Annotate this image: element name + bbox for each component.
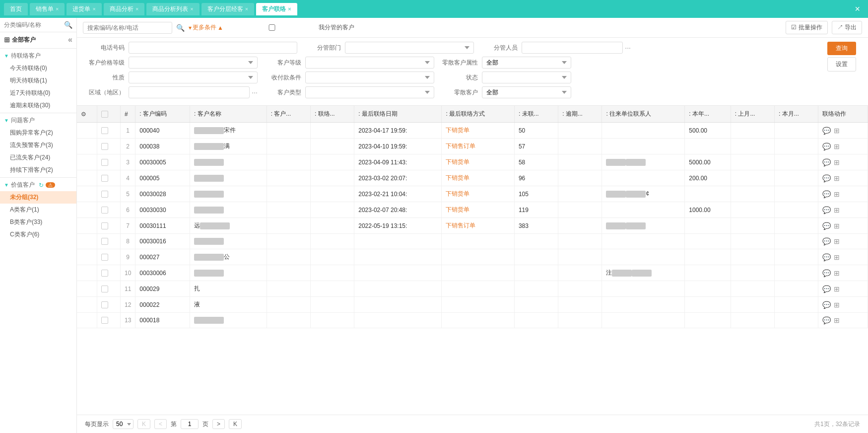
close-purchase-icon[interactable]: × bbox=[92, 6, 95, 12]
sidebar-item-abnormal[interactable]: 囤购异常客户(2) bbox=[0, 127, 76, 139]
th-overdue[interactable]: : 逾期... bbox=[558, 106, 602, 123]
chat-icon[interactable]: 💬 bbox=[822, 301, 831, 309]
chat-icon[interactable]: 💬 bbox=[822, 158, 831, 166]
staff-input[interactable] bbox=[522, 42, 623, 54]
grid-action-icon[interactable]: ⊞ bbox=[834, 206, 840, 214]
my-customers-filter[interactable]: 我分管的客户 bbox=[227, 23, 354, 32]
th-this-year[interactable]: : 本年... bbox=[685, 106, 731, 123]
th-unit-contact[interactable]: : 往来单位联系人 bbox=[602, 106, 685, 123]
sidebar-collapse-icon[interactable]: « bbox=[68, 35, 72, 44]
contact-method-link[interactable]: 下销货单 bbox=[446, 206, 469, 213]
sidebar-item-tomorrow[interactable]: 明天待联络(1) bbox=[0, 74, 76, 87]
chat-icon[interactable]: 💬 bbox=[822, 127, 831, 135]
sidebar-group-value[interactable]: ▼ 价值客户 ↻ ⚠ bbox=[0, 179, 76, 191]
close-analysis-icon[interactable]: × bbox=[135, 6, 138, 12]
page-number-input[interactable] bbox=[181, 419, 199, 429]
retail-customer-select[interactable]: 全部 bbox=[482, 86, 571, 98]
window-close-button[interactable]: × bbox=[851, 4, 864, 14]
th-settings[interactable]: ⚙ bbox=[77, 106, 97, 123]
sidebar-item-overdue[interactable]: 逾期未联络(30) bbox=[0, 99, 76, 112]
tab-home[interactable]: 首页 bbox=[4, 3, 28, 15]
more-conditions-button[interactable]: ▾ 更多条件 ▲ bbox=[189, 23, 223, 32]
sidebar-search-input[interactable] bbox=[4, 21, 62, 28]
row-checkbox[interactable] bbox=[101, 301, 108, 308]
th-not-contacted[interactable]: : 未联... bbox=[514, 106, 558, 123]
tab-sales[interactable]: 销售单 × bbox=[30, 3, 65, 15]
search-button[interactable]: 查询 bbox=[827, 42, 856, 55]
th-check[interactable] bbox=[97, 106, 120, 123]
row-checkbox[interactable] bbox=[101, 143, 108, 150]
sidebar-item-declining[interactable]: 持续下滑客户(2) bbox=[0, 164, 76, 176]
grid-action-icon[interactable]: ⊞ bbox=[834, 237, 840, 245]
contact-method-link[interactable]: 下销货单 bbox=[446, 158, 469, 165]
nature-select[interactable] bbox=[129, 72, 258, 83]
dept-select[interactable] bbox=[345, 42, 474, 54]
row-checkbox[interactable] bbox=[101, 175, 108, 182]
chat-icon[interactable]: 💬 bbox=[822, 190, 831, 198]
tab-customer-segment[interactable]: 客户分层经客 × bbox=[201, 3, 254, 15]
batch-op-button[interactable]: ☑ 批量操作 bbox=[786, 21, 827, 34]
grid-action-icon[interactable]: ⊞ bbox=[834, 158, 840, 166]
all-customers-header[interactable]: ⊞ 全部客户 « bbox=[0, 32, 76, 47]
per-page-select[interactable]: 50 bbox=[113, 419, 134, 429]
last-page-button[interactable]: K bbox=[229, 419, 242, 429]
chat-icon[interactable]: 💬 bbox=[822, 222, 831, 230]
chat-icon[interactable]: 💬 bbox=[822, 253, 831, 261]
th-this-month[interactable]: : 本月... bbox=[775, 106, 818, 123]
select-all-checkbox[interactable] bbox=[101, 111, 108, 118]
grid-action-icon[interactable]: ⊞ bbox=[834, 301, 840, 309]
grid-action-icon[interactable]: ⊞ bbox=[834, 143, 840, 150]
chat-icon[interactable]: 💬 bbox=[822, 316, 831, 324]
customer-type-select[interactable] bbox=[305, 86, 434, 98]
chat-icon[interactable]: 💬 bbox=[822, 237, 831, 245]
contact-method-link[interactable]: 下销货单 bbox=[446, 174, 469, 181]
price-level-select[interactable] bbox=[129, 57, 258, 69]
row-checkbox[interactable] bbox=[101, 222, 108, 229]
grid-action-icon[interactable]: ⊞ bbox=[834, 269, 840, 277]
sidebar-group-problem[interactable]: ▼ 问题客户 bbox=[0, 114, 76, 127]
grid-action-icon[interactable]: ⊞ bbox=[834, 127, 840, 135]
th-last-month[interactable]: : 上月... bbox=[731, 106, 774, 123]
grid-action-icon[interactable]: ⊞ bbox=[834, 222, 840, 230]
th-contact[interactable]: : 联络... bbox=[310, 106, 354, 123]
phone-input[interactable] bbox=[129, 42, 297, 54]
sidebar-item-7days[interactable]: 近7天待联络(0) bbox=[0, 87, 76, 99]
search-input[interactable] bbox=[83, 22, 172, 34]
sidebar-item-c-type[interactable]: C类客户(6) bbox=[0, 228, 76, 241]
row-checkbox[interactable] bbox=[101, 238, 108, 245]
contact-method-link[interactable]: 下销售订单 bbox=[446, 222, 475, 229]
staff-dots-icon[interactable]: ··· bbox=[625, 44, 631, 52]
th-code[interactable]: : 客户编码 bbox=[135, 106, 190, 123]
chat-icon[interactable]: 💬 bbox=[822, 143, 831, 150]
contact-method-link[interactable]: 下销售订单 bbox=[446, 143, 475, 149]
th-name[interactable]: : 客户名称 bbox=[190, 106, 267, 123]
reset-button[interactable]: 设置 bbox=[827, 57, 856, 72]
status-select[interactable] bbox=[482, 72, 571, 83]
row-checkbox[interactable] bbox=[101, 207, 108, 214]
row-checkbox[interactable] bbox=[101, 270, 108, 277]
grid-action-icon[interactable]: ⊞ bbox=[834, 253, 840, 261]
chat-icon[interactable]: 💬 bbox=[822, 285, 831, 293]
close-analysis-list-icon[interactable]: × bbox=[190, 6, 193, 12]
sidebar-item-a-type[interactable]: A类客户(1) bbox=[0, 204, 76, 216]
chat-icon[interactable]: 💬 bbox=[822, 174, 831, 182]
close-customer-contact-icon[interactable]: × bbox=[288, 6, 291, 12]
tab-analysis[interactable]: 商品分析 × bbox=[104, 3, 144, 15]
tab-analysis-list[interactable]: 商品分析列表 × bbox=[146, 3, 199, 15]
grid-action-icon[interactable]: ⊞ bbox=[834, 285, 840, 293]
close-customer-segment-icon[interactable]: × bbox=[245, 6, 248, 12]
sidebar-item-churned[interactable]: 已流失客户(24) bbox=[0, 151, 76, 164]
sidebar-group-pending[interactable]: ▼ 待联络客户 bbox=[0, 50, 76, 62]
refresh-icon[interactable]: ↻ bbox=[39, 182, 44, 189]
row-checkbox[interactable] bbox=[101, 159, 108, 166]
row-checkbox[interactable] bbox=[101, 191, 108, 198]
filter-search-icon[interactable]: 🔍 bbox=[176, 24, 185, 32]
sidebar-item-today[interactable]: 今天待联络(0) bbox=[0, 62, 76, 74]
contact-method-link[interactable]: 下销货单 bbox=[446, 127, 469, 134]
th-type[interactable]: : 客户... bbox=[267, 106, 310, 123]
my-customers-checkbox[interactable] bbox=[227, 24, 317, 31]
grid-action-icon[interactable]: ⊞ bbox=[834, 174, 840, 182]
row-checkbox[interactable] bbox=[101, 254, 108, 261]
sidebar-search-icon[interactable]: 🔍 bbox=[64, 21, 72, 29]
chat-icon[interactable]: 💬 bbox=[822, 269, 831, 277]
